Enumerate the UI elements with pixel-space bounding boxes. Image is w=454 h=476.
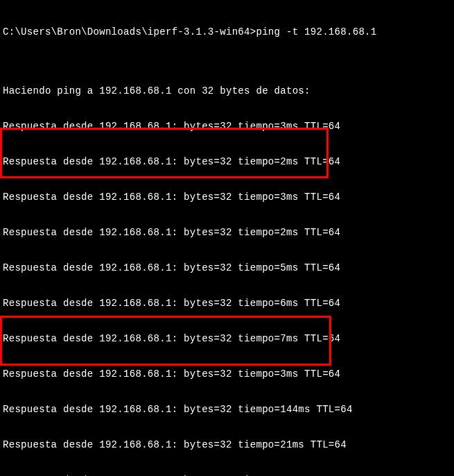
- ping-response-line: Respuesta desde 192.168.68.1: bytes=32 t…: [3, 227, 451, 239]
- ping-response-line: Respuesta desde 192.168.68.1: bytes=32 t…: [3, 192, 451, 203]
- ping-header: Haciendo ping a 192.168.68.1 con 32 byte…: [3, 85, 451, 97]
- ping-response-line: Respuesta desde 192.168.68.1: bytes=32 t…: [3, 298, 451, 309]
- terminal-output: C:\Users\Bron\Downloads\iperf-3.1.3-win6…: [3, 3, 451, 476]
- command-prompt-line: C:\Users\Bron\Downloads\iperf-3.1.3-win6…: [3, 26, 451, 38]
- ping-response-line: Respuesta desde 192.168.68.1: bytes=32 t…: [3, 262, 451, 274]
- ping-response-line: Respuesta desde 192.168.68.1: bytes=32 t…: [3, 121, 451, 133]
- ping-response-line: Respuesta desde 192.168.68.1: bytes=32 t…: [3, 333, 451, 345]
- ping-response-line: Respuesta desde 192.168.68.1: bytes=32 t…: [3, 368, 451, 380]
- ping-response-line: Respuesta desde 192.168.68.1: bytes=32 t…: [3, 156, 451, 168]
- ping-response-line: Respuesta desde 192.168.68.1: bytes=32 t…: [3, 404, 451, 416]
- ping-response-line: Respuesta desde 192.168.68.1: bytes=32 t…: [3, 439, 451, 451]
